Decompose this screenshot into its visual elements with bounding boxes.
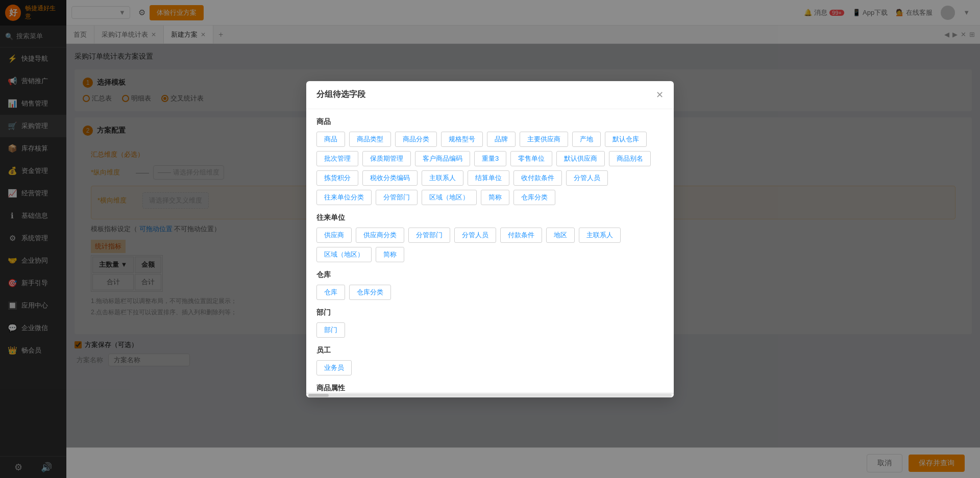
chip-default-supplier[interactable]: 默认供应商 (556, 151, 605, 166)
chip-area[interactable]: 地区 (546, 228, 575, 243)
hscroll-thumb (308, 394, 329, 397)
section-title-product: 商品 (316, 117, 664, 127)
chip-warehouse-cat[interactable]: 仓库分类 (513, 190, 555, 205)
modal-horizontal-scrollbar[interactable] (306, 393, 674, 397)
chip-manager[interactable]: 分管人员 (566, 170, 608, 186)
chip-department[interactable]: 部门 (316, 322, 345, 338)
chip-origin[interactable]: 产地 (572, 132, 601, 147)
modal-title: 分组待选字段 (316, 89, 365, 100)
chip-product-type[interactable]: 商品类型 (349, 132, 391, 147)
chip-warehouse-category[interactable]: 仓库分类 (349, 285, 391, 300)
chip-spec-model[interactable]: 规格型号 (441, 132, 483, 147)
modal: 分组待选字段 ✕ 商品 商品 商品类型 商品分类 规格型号 品牌 主要供应商 产… (306, 81, 674, 397)
modal-body: 商品 商品 商品类型 商品分类 规格型号 品牌 主要供应商 产地 默认仓库 批次… (306, 109, 674, 393)
modal-section-staff: 员工 业务员 (316, 346, 664, 375)
chip-warehouse[interactable]: 仓库 (316, 285, 345, 300)
chip-pick-points[interactable]: 拣货积分 (316, 170, 358, 186)
chip-weight[interactable]: 重量3 (474, 151, 506, 166)
warehouse-chips: 仓库 仓库分类 (316, 285, 664, 300)
chip-abbr[interactable]: 简称 (481, 190, 509, 205)
hscroll-track (308, 394, 672, 397)
modal-close-button[interactable]: ✕ (656, 89, 664, 100)
section-title-dept: 部门 (316, 308, 664, 317)
chip-product-category[interactable]: 商品分类 (395, 132, 437, 147)
modal-section-dept: 部门 部门 (316, 308, 664, 338)
modal-overlay: 分组待选字段 ✕ 商品 商品 商品类型 商品分类 规格型号 品牌 主要供应商 产… (0, 0, 980, 478)
chip-partner-contact[interactable]: 主联系人 (579, 228, 621, 243)
chip-region[interactable]: 区域（地区） (422, 190, 477, 205)
partner-chips: 供应商 供应商分类 分管部门 分管人员 付款条件 地区 主联系人 区域（地区） … (316, 228, 664, 262)
product-chips: 商品 商品类型 商品分类 规格型号 品牌 主要供应商 产地 默认仓库 批次管理 … (316, 132, 664, 205)
modal-section-product: 商品 商品 商品类型 商品分类 规格型号 品牌 主要供应商 产地 默认仓库 批次… (316, 117, 664, 205)
chip-payment-terms[interactable]: 收付款条件 (513, 170, 562, 186)
chip-batch-mgmt[interactable]: 批次管理 (316, 151, 358, 166)
chip-default-warehouse[interactable]: 默认仓库 (605, 132, 647, 147)
chip-main-contact[interactable]: 主联系人 (422, 170, 463, 186)
section-title-attr: 商品属性 (316, 384, 664, 393)
chip-partner-region[interactable]: 区域（地区） (316, 247, 372, 262)
chip-tax-code[interactable]: 税收分类编码 (362, 170, 418, 186)
chip-pay-terms[interactable]: 付款条件 (500, 228, 542, 243)
chip-supplier-cat[interactable]: 供应商分类 (356, 228, 404, 243)
staff-chips: 业务员 (316, 360, 664, 375)
chip-settlement-unit[interactable]: 结算单位 (468, 170, 509, 186)
chip-shelf-life[interactable]: 保质期管理 (362, 151, 411, 166)
modal-header: 分组待选字段 ✕ (306, 81, 674, 109)
chip-product[interactable]: 商品 (316, 132, 345, 147)
chip-dept[interactable]: 分管部门 (376, 190, 418, 205)
chip-partner-manager[interactable]: 分管人员 (454, 228, 496, 243)
modal-section-attr: 商品属性 属性 颜色 多规格 尺码 鞋码 1 (316, 384, 664, 393)
chip-supplier[interactable]: 供应商 (316, 228, 352, 243)
dept-chips: 部门 (316, 322, 664, 338)
chip-product-alias[interactable]: 商品别名 (609, 151, 651, 166)
chip-retail-unit[interactable]: 零售单位 (510, 151, 552, 166)
section-title-staff: 员工 (316, 346, 664, 355)
chip-salesperson[interactable]: 业务员 (316, 360, 352, 375)
modal-section-partner: 往来单位 供应商 供应商分类 分管部门 分管人员 付款条件 地区 主联系人 区域… (316, 213, 664, 262)
section-title-warehouse: 仓库 (316, 270, 664, 280)
chip-main-supplier[interactable]: 主要供应商 (520, 132, 568, 147)
chip-brand[interactable]: 品牌 (487, 132, 516, 147)
modal-section-warehouse: 仓库 仓库 仓库分类 (316, 270, 664, 300)
chip-partner-dept[interactable]: 分管部门 (408, 228, 450, 243)
section-title-partner: 往来单位 (316, 213, 664, 222)
chip-customer-code[interactable]: 客户商品编码 (415, 151, 470, 166)
chip-partner-abbr[interactable]: 简称 (376, 247, 404, 262)
chip-partner-category[interactable]: 往来单位分类 (316, 190, 372, 205)
